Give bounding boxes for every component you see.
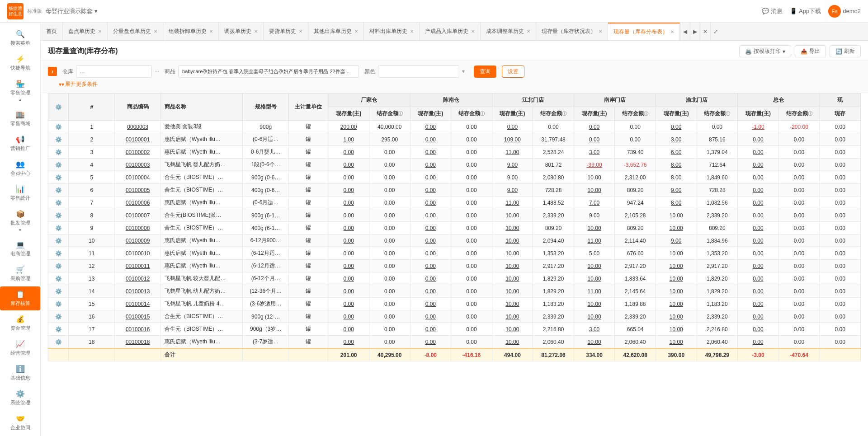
cell-code[interactable]: 00100015 bbox=[115, 310, 161, 323]
cell-factory-stock[interactable]: 0.00 bbox=[328, 323, 369, 336]
tab-stock-status[interactable]: 现存量（库存状况表） ✕ bbox=[536, 23, 608, 41]
sidebar-item-enterprise[interactable]: 🤝 企业协同 bbox=[0, 411, 40, 435]
export-btn[interactable]: 📤 导出 bbox=[795, 45, 826, 57]
cell-total-stock[interactable]: -1.00 bbox=[738, 121, 779, 133]
tab-close-stock-history[interactable]: ✕ bbox=[98, 29, 102, 34]
cell-nanan-stock[interactable]: 11.00 bbox=[574, 234, 615, 247]
cell-yubei-stock[interactable]: 10.00 bbox=[656, 247, 697, 260]
sidebar-item-quicknav[interactable]: ⚡ 快捷导航 bbox=[0, 51, 40, 75]
tab-close-portion[interactable]: ✕ bbox=[154, 29, 157, 34]
cell-code[interactable]: 00100001 bbox=[115, 133, 161, 146]
cell-chennan-stock[interactable]: 0.00 bbox=[410, 247, 451, 260]
cell-total-stock[interactable]: 0.00 bbox=[738, 209, 779, 222]
org-dropdown-icon[interactable]: ▾ bbox=[94, 8, 98, 14]
tab-close-assembly[interactable]: ✕ bbox=[209, 29, 213, 34]
cell-settings[interactable]: ⚙️ bbox=[48, 323, 69, 336]
cell-chennan-stock[interactable]: 0.00 bbox=[410, 146, 451, 159]
message-btn[interactable]: 💬 消息 bbox=[762, 7, 783, 15]
cell-yubei-stock[interactable]: 10.00 bbox=[656, 222, 697, 234]
tab-close-material-out[interactable]: ✕ bbox=[410, 29, 414, 34]
cell-settings[interactable]: ⚙️ bbox=[48, 159, 69, 171]
cell-settings[interactable]: ⚙️ bbox=[48, 247, 69, 260]
cell-yubei-stock[interactable]: 9.00 bbox=[656, 234, 697, 247]
tab-close-transfer[interactable]: ✕ bbox=[254, 29, 258, 34]
cell-factory-stock[interactable]: 0.00 bbox=[328, 209, 369, 222]
cell-code[interactable]: 00100003 bbox=[115, 159, 161, 171]
sidebar-item-retail-mall[interactable]: 🏬 零售商城 bbox=[0, 107, 40, 131]
tab-stock-dist[interactable]: 现存量（库存分布表） ✕ bbox=[608, 23, 680, 41]
cell-settings[interactable]: ⚙️ bbox=[48, 209, 69, 222]
tab-next-btn[interactable]: ▶ bbox=[690, 23, 700, 41]
cell-yubei-stock[interactable]: 3.00 bbox=[656, 133, 697, 146]
sidebar-item-basic-info[interactable]: ℹ️ 基础信息 bbox=[0, 361, 40, 385]
cell-chennan-stock[interactable]: 0.00 bbox=[410, 298, 451, 310]
cell-chennan-stock[interactable]: 0.00 bbox=[410, 336, 451, 349]
cell-nanan-stock[interactable]: -39.00 bbox=[574, 159, 615, 171]
cell-jiangbei-stock[interactable]: 10.00 bbox=[492, 260, 533, 272]
sidebar-item-search[interactable]: 🔍 搜索英单 bbox=[0, 26, 40, 50]
cell-yubei-stock[interactable]: 10.00 bbox=[656, 336, 697, 349]
cell-code[interactable]: 0000003 bbox=[115, 121, 161, 133]
cell-factory-stock[interactable]: 0.00 bbox=[328, 234, 369, 247]
color-dropdown-icon[interactable]: ▾ bbox=[462, 68, 465, 75]
cell-yubei-stock[interactable]: 10.00 bbox=[656, 209, 697, 222]
cell-total-stock[interactable]: 0.00 bbox=[738, 272, 779, 285]
expand-conditions-btn[interactable]: ▾▾ 展开更多条件 bbox=[59, 80, 861, 88]
cell-nanan-stock[interactable]: 11.00 bbox=[574, 285, 615, 298]
cell-code[interactable]: 00100007 bbox=[115, 209, 161, 222]
cell-nanan-stock[interactable]: 10.00 bbox=[574, 272, 615, 285]
setting-btn[interactable]: 设置 bbox=[502, 66, 524, 78]
tab-prev-btn[interactable]: ◀ bbox=[680, 23, 690, 41]
cell-total-stock[interactable]: 0.00 bbox=[738, 146, 779, 159]
cell-factory-stock[interactable]: 0.00 bbox=[328, 272, 369, 285]
cell-code[interactable]: 00100004 bbox=[115, 171, 161, 184]
cell-factory-stock[interactable]: 0.00 bbox=[328, 159, 369, 171]
tab-close-stock-dist[interactable]: ✕ bbox=[670, 29, 674, 34]
tab-close-all-btn[interactable]: ✕ bbox=[700, 23, 710, 41]
cell-nanan-stock[interactable]: 10.00 bbox=[574, 222, 615, 234]
cell-code[interactable]: 00100011 bbox=[115, 260, 161, 272]
cell-nanan-stock[interactable]: 7.00 bbox=[574, 197, 615, 209]
cell-nanan-stock[interactable]: 10.00 bbox=[574, 298, 615, 310]
cell-total-stock[interactable]: 0.00 bbox=[738, 285, 779, 298]
tab-cost-adj-history[interactable]: 成本调整单历史 ✕ bbox=[481, 23, 536, 41]
cell-factory-stock[interactable]: 0.00 bbox=[328, 310, 369, 323]
cell-settings[interactable]: ⚙️ bbox=[48, 197, 69, 209]
cell-factory-stock[interactable]: 0.00 bbox=[328, 146, 369, 159]
tab-close-other-out[interactable]: ✕ bbox=[354, 29, 358, 34]
cell-code[interactable]: 00100002 bbox=[115, 146, 161, 159]
warehouse-input[interactable] bbox=[76, 65, 152, 78]
cell-total-stock[interactable]: 0.00 bbox=[738, 184, 779, 197]
cell-chennan-stock[interactable]: 0.00 bbox=[410, 222, 451, 234]
cell-total-stock[interactable]: 0.00 bbox=[738, 222, 779, 234]
cell-chennan-stock[interactable]: 0.00 bbox=[410, 133, 451, 146]
cell-nanan-stock[interactable]: 5.00 bbox=[574, 247, 615, 260]
cell-jiangbei-stock[interactable]: 10.00 bbox=[492, 209, 533, 222]
cell-factory-stock[interactable]: 0.00 bbox=[328, 285, 369, 298]
cell-settings[interactable]: ⚙️ bbox=[48, 121, 69, 133]
cell-code[interactable]: 00100012 bbox=[115, 272, 161, 285]
cell-nanan-stock[interactable]: 10.00 bbox=[574, 310, 615, 323]
cell-total-stock[interactable]: 0.00 bbox=[738, 260, 779, 272]
cell-chennan-stock[interactable]: 0.00 bbox=[410, 184, 451, 197]
sidebar-item-retail-mgmt[interactable]: 🏪 零售管理 ▲ bbox=[0, 76, 40, 106]
cell-total-stock[interactable]: 0.00 bbox=[738, 336, 779, 349]
cell-nanan-stock[interactable]: 10.00 bbox=[574, 260, 615, 272]
cell-settings[interactable]: ⚙️ bbox=[48, 146, 69, 159]
tab-assembly-history[interactable]: 组装拆卸单历史 ✕ bbox=[163, 23, 219, 41]
cell-total-stock[interactable]: 0.00 bbox=[738, 310, 779, 323]
cell-yubei-stock[interactable]: 10.00 bbox=[656, 272, 697, 285]
cell-code[interactable]: 00100013 bbox=[115, 285, 161, 298]
cell-settings[interactable]: ⚙️ bbox=[48, 336, 69, 349]
cell-factory-stock[interactable]: 0.00 bbox=[328, 336, 369, 349]
cell-total-stock[interactable]: 0.00 bbox=[738, 133, 779, 146]
tab-portion-history[interactable]: 分量盘点单历史 ✕ bbox=[108, 23, 163, 41]
cell-jiangbei-stock[interactable]: 10.00 bbox=[492, 323, 533, 336]
cell-settings[interactable]: ⚙️ bbox=[48, 260, 69, 272]
cell-settings[interactable]: ⚙️ bbox=[48, 310, 69, 323]
cell-nanan-stock[interactable]: 3.00 bbox=[574, 323, 615, 336]
cell-total-stock[interactable]: 0.00 bbox=[738, 323, 779, 336]
tab-material-out-history[interactable]: 材料出库单历史 ✕ bbox=[364, 23, 420, 41]
cell-jiangbei-stock[interactable]: 10.00 bbox=[492, 247, 533, 260]
cell-total-stock[interactable]: 0.00 bbox=[738, 298, 779, 310]
